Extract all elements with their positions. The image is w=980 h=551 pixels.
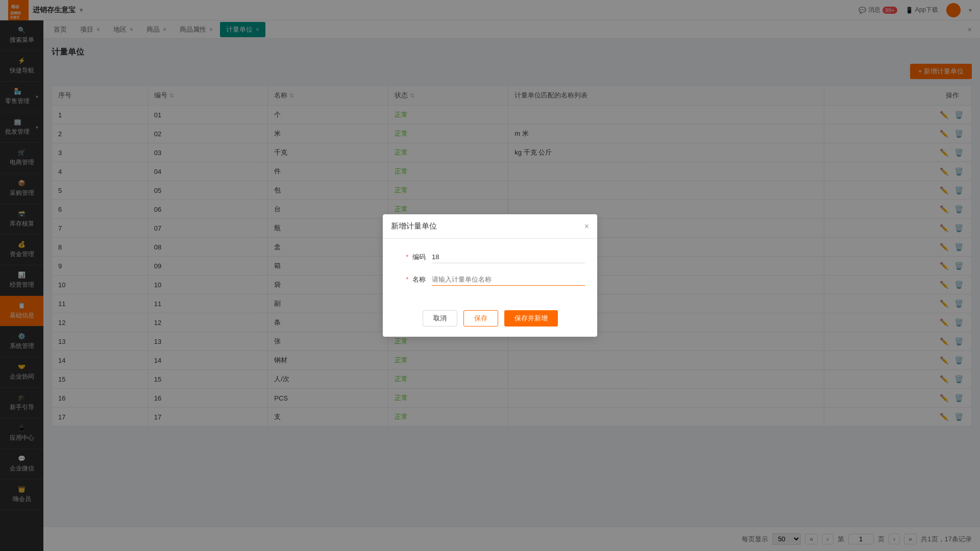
name-required: * — [406, 276, 408, 283]
modal-header: 新增计量单位 × — [383, 214, 597, 239]
modal-footer: 取消 保存 保存并新增 — [383, 304, 597, 337]
cancel-button[interactable]: 取消 — [423, 310, 457, 327]
code-form-row: * 编码 — [395, 251, 585, 263]
save-button[interactable]: 保存 — [463, 310, 498, 327]
modal-close-button[interactable]: × — [584, 222, 589, 231]
save-new-button[interactable]: 保存并新增 — [504, 310, 558, 327]
modal-overlay[interactable]: 新增计量单位 × * 编码 * 名称 取消 保存 保存并新增 — [0, 0, 980, 551]
name-form-row: * 名称 — [395, 273, 585, 286]
modal-title: 新增计量单位 — [391, 221, 437, 231]
code-input[interactable] — [432, 251, 585, 263]
code-required: * — [406, 253, 408, 261]
name-label: * 名称 — [395, 275, 426, 284]
name-input[interactable] — [432, 273, 585, 286]
modal-body: * 编码 * 名称 — [383, 239, 597, 304]
code-label: * 编码 — [395, 253, 426, 262]
add-unit-modal: 新增计量单位 × * 编码 * 名称 取消 保存 保存并新增 — [383, 214, 597, 337]
